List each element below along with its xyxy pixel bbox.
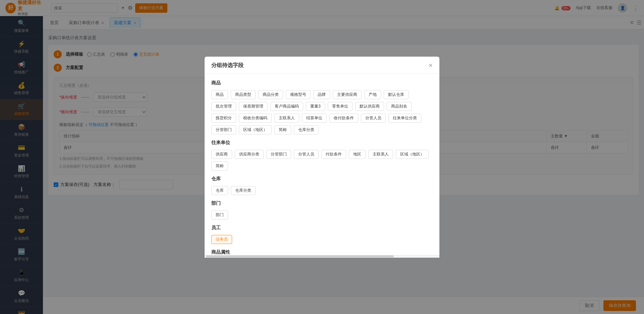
- modal-dialog: 分组待选字段 ✕ 商品商品商品类型商品分类规格型号品牌主要供应商产地默认仓库批次…: [205, 57, 439, 258]
- field-tag-3-0[interactable]: 部门: [211, 210, 228, 219]
- field-tag-1-3[interactable]: 分管人员: [294, 150, 319, 159]
- field-tag-0-1[interactable]: 商品类型: [231, 90, 256, 99]
- field-tag-0-7[interactable]: 默认仓库: [384, 90, 409, 99]
- modal-section-title-0: 商品: [211, 80, 433, 86]
- field-tag-0-17[interactable]: 主联系人: [274, 114, 299, 123]
- field-tag-0-2[interactable]: 商品分类: [258, 90, 283, 99]
- modal-fields-grid-2: 仓库仓库分类: [211, 186, 433, 195]
- modal-section-title-3: 部门: [211, 200, 433, 206]
- field-tag-0-24[interactable]: 简称: [274, 125, 291, 134]
- field-tag-0-3[interactable]: 规格型号: [286, 90, 311, 99]
- field-tag-0-4[interactable]: 品牌: [313, 90, 330, 99]
- modal-title: 分组待选字段: [211, 62, 244, 69]
- field-tag-1-5[interactable]: 地区: [349, 150, 366, 159]
- modal-header: 分组待选字段 ✕: [205, 57, 439, 73]
- field-tag-0-22[interactable]: 分管部门: [211, 125, 236, 134]
- field-tag-0-23[interactable]: 区域（地区）: [239, 125, 272, 134]
- field-tag-0-16[interactable]: 税收分类编码: [239, 114, 272, 123]
- modal-overlay[interactable]: 分组待选字段 ✕ 商品商品商品类型商品分类规格型号品牌主要供应商产地默认仓库批次…: [0, 0, 644, 314]
- field-tag-0-20[interactable]: 分管人员: [361, 114, 386, 123]
- field-tag-0-25[interactable]: 仓库分类: [294, 125, 319, 134]
- modal-fields-grid-4: 业务员: [211, 235, 433, 244]
- modal-scroll-thumb: [206, 255, 394, 257]
- field-tag-1-6[interactable]: 主联系人: [368, 150, 393, 159]
- field-tag-1-7[interactable]: 区域（地区）: [396, 150, 429, 159]
- field-tag-0-13[interactable]: 默认供应商: [355, 102, 384, 111]
- field-tag-0-9[interactable]: 保质期管理: [239, 102, 268, 111]
- field-tag-4-0[interactable]: 业务员: [211, 235, 232, 244]
- field-tag-0-11[interactable]: 重量3: [306, 102, 325, 111]
- field-tag-0-5[interactable]: 主要供应商: [333, 90, 362, 99]
- field-tag-0-19[interactable]: 收付款条件: [329, 114, 358, 123]
- field-tag-0-18[interactable]: 结算单位: [302, 114, 327, 123]
- field-tag-2-0[interactable]: 仓库: [211, 186, 228, 195]
- field-tag-1-0[interactable]: 供应商: [211, 150, 232, 159]
- modal-body: 商品商品商品类型商品分类规格型号品牌主要供应商产地默认仓库批次管理保质期管理客户…: [205, 73, 439, 255]
- field-tag-1-4[interactable]: 付款条件: [321, 150, 346, 159]
- modal-fields-grid-0: 商品商品类型商品分类规格型号品牌主要供应商产地默认仓库批次管理保质期管理客户商品…: [211, 90, 433, 134]
- field-tag-2-1[interactable]: 仓库分类: [231, 186, 256, 195]
- modal-fields-grid-1: 供应商供应商分类分管部门分管人员付款条件地区主联系人区域（地区）简称: [211, 150, 433, 171]
- modal-fields-grid-3: 部门: [211, 210, 433, 219]
- modal-close-icon[interactable]: ✕: [428, 62, 433, 69]
- field-tag-0-10[interactable]: 客户商品编码: [270, 102, 303, 111]
- field-tag-1-1[interactable]: 供应商分类: [235, 150, 264, 159]
- field-tag-0-21[interactable]: 往来单位分类: [388, 114, 421, 123]
- field-tag-0-15[interactable]: 拣货积分: [211, 114, 236, 123]
- field-tag-0-14[interactable]: 商品别名: [387, 102, 412, 111]
- field-tag-1-8[interactable]: 简称: [211, 162, 228, 171]
- modal-scroll-bar: [205, 255, 439, 257]
- field-tag-0-12[interactable]: 零售单位: [328, 102, 353, 111]
- field-tag-0-6[interactable]: 产地: [364, 90, 381, 99]
- modal-section-title-1: 往来单位: [211, 140, 433, 146]
- modal-section-title-5: 商品属性: [211, 249, 433, 255]
- field-tag-0-8[interactable]: 批次管理: [211, 102, 236, 111]
- field-tag-1-2[interactable]: 分管部门: [266, 150, 291, 159]
- modal-section-title-4: 员工: [211, 225, 433, 231]
- modal-section-title-2: 仓库: [211, 176, 433, 182]
- field-tag-0-0[interactable]: 商品: [211, 90, 228, 99]
